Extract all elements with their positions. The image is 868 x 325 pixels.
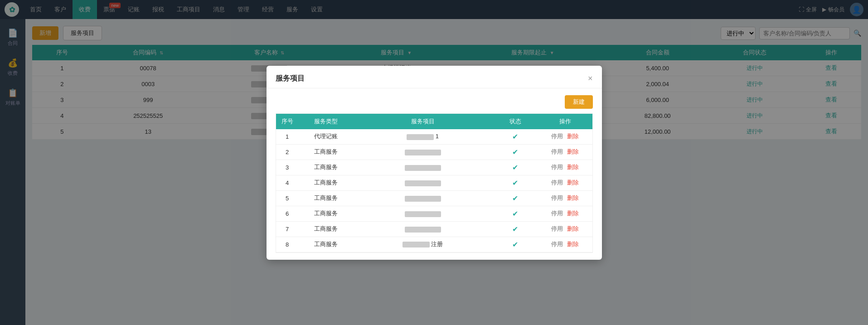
status-check-icon: ✔ [512,241,518,248]
dialog-cell-item [353,221,493,237]
dialog-cell-action[interactable]: 停用 删除 [538,221,592,237]
modal-overlay[interactable]: 服务项目 × 新建 序号 服务类型 服务项目 状态 操作 [0,0,868,325]
dialog-cell-type: 代理记账 [299,129,353,145]
dialog-table-row: 3 工商服务 ✔ 停用 删除 [276,160,592,175]
dialog-cell-action[interactable]: 停用 删除 [538,144,592,160]
dialog-cell-type: 工商服务 [299,160,353,175]
dialog-col-action: 操作 [538,114,592,129]
dialog-toolbar: 新建 [276,95,593,109]
dialog-cell-item [353,160,493,175]
dialog-cell-status: ✔ [493,175,538,190]
dialog-cell-type: 工商服务 [299,237,353,252]
dialog-close-button[interactable]: × [588,74,593,82]
dialog-cell-type: 工商服务 [299,221,353,237]
stop-button[interactable]: 停用 [551,148,563,155]
delete-button[interactable]: 删除 [567,133,579,140]
stop-button[interactable]: 停用 [551,225,563,232]
dialog-cell-status: ✔ [493,129,538,145]
dialog-cell-seq: 7 [276,221,299,237]
dialog-cell-seq: 4 [276,175,299,190]
dialog-body: 新建 序号 服务类型 服务项目 状态 操作 1 代 [267,88,602,260]
dialog-cell-action[interactable]: 停用 删除 [538,129,592,145]
dialog-cell-seq: 8 [276,237,299,252]
status-check-icon: ✔ [512,148,518,156]
status-check-icon: ✔ [512,133,518,141]
dialog-service-table: 序号 服务类型 服务项目 状态 操作 1 代理记账 1 ✔ 停用 删除 [276,114,592,252]
dialog-cell-action[interactable]: 停用 删除 [538,190,592,206]
delete-button[interactable]: 删除 [567,241,579,247]
delete-button[interactable]: 删除 [567,225,579,232]
dialog-cell-type: 工商服务 [299,175,353,190]
dialog-col-type: 服务类型 [299,114,353,129]
stop-button[interactable]: 停用 [551,164,563,170]
stop-button[interactable]: 停用 [551,194,563,201]
dialog-cell-status: ✔ [493,190,538,206]
delete-button[interactable]: 删除 [567,210,579,217]
dialog-cell-status: ✔ [493,144,538,160]
dialog-cell-seq: 5 [276,190,299,206]
dialog-cell-seq: 2 [276,144,299,160]
delete-button[interactable]: 删除 [567,179,579,186]
dialog-cell-action[interactable]: 停用 删除 [538,206,592,221]
dialog-cell-status: ✔ [493,160,538,175]
dialog-cell-type: 工商服务 [299,206,353,221]
dialog-cell-status: ✔ [493,237,538,252]
dialog-cell-status: ✔ [493,221,538,237]
dialog-cell-action[interactable]: 停用 删除 [538,237,592,252]
status-check-icon: ✔ [512,194,518,202]
dialog-cell-item: 注册 [353,237,493,252]
dialog-cell-item [353,144,493,160]
dialog-cell-item [353,190,493,206]
dialog-table-row: 1 代理记账 1 ✔ 停用 删除 [276,129,592,145]
dialog-cell-action[interactable]: 停用 删除 [538,175,592,190]
dialog-table-row: 4 工商服务 ✔ 停用 删除 [276,175,592,190]
stop-button[interactable]: 停用 [551,133,563,140]
dialog-cell-type: 工商服务 [299,144,353,160]
stop-button[interactable]: 停用 [551,210,563,217]
service-items-dialog: 服务项目 × 新建 序号 服务类型 服务项目 状态 操作 [267,66,602,260]
dialog-cell-seq: 1 [276,129,299,145]
dialog-table-wrap[interactable]: 序号 服务类型 服务项目 状态 操作 1 代理记账 1 ✔ 停用 删除 [276,113,593,253]
stop-button[interactable]: 停用 [551,241,563,247]
dialog-cell-action[interactable]: 停用 删除 [538,160,592,175]
dialog-cell-type: 工商服务 [299,190,353,206]
dialog-table-row: 2 工商服务 ✔ 停用 删除 [276,144,592,160]
dialog-title: 服务项目 [276,74,305,83]
dialog-header: 服务项目 × [267,66,602,88]
dialog-table-row: 7 工商服务 ✔ 停用 删除 [276,221,592,237]
status-check-icon: ✔ [512,179,518,187]
dialog-col-seq: 序号 [276,114,299,129]
status-check-icon: ✔ [512,164,518,171]
dialog-cell-item [353,175,493,190]
dialog-cell-seq: 6 [276,206,299,221]
dialog-table-row: 5 工商服务 ✔ 停用 删除 [276,190,592,206]
status-check-icon: ✔ [512,225,518,233]
dialog-col-item: 服务项目 [353,114,493,129]
dialog-table-header: 序号 服务类型 服务项目 状态 操作 [276,114,592,129]
status-check-icon: ✔ [512,210,518,218]
delete-button[interactable]: 删除 [567,148,579,155]
delete-button[interactable]: 删除 [567,194,579,201]
dialog-cell-item: 1 [353,129,493,145]
dialog-table-row: 8 工商服务 注册 ✔ 停用 删除 [276,237,592,252]
dialog-cell-status: ✔ [493,206,538,221]
stop-button[interactable]: 停用 [551,179,563,186]
dialog-cell-item [353,206,493,221]
dialog-col-status: 状态 [493,114,538,129]
dialog-cell-seq: 3 [276,160,299,175]
dialog-new-button[interactable]: 新建 [565,95,593,109]
delete-button[interactable]: 删除 [567,164,579,170]
dialog-table-row: 6 工商服务 ✔ 停用 删除 [276,206,592,221]
